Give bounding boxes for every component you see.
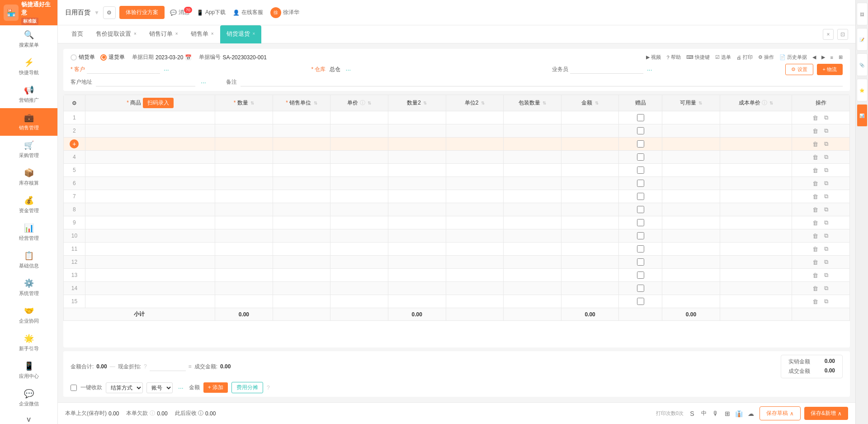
gift-checkbox[interactable] (637, 258, 644, 266)
gift-checkbox[interactable] (637, 140, 644, 148)
gift-checkbox[interactable] (637, 206, 644, 213)
price-cell[interactable] (330, 111, 388, 124)
price-input[interactable] (332, 114, 386, 121)
gift-checkbox[interactable] (637, 167, 644, 174)
copy-row-button[interactable]: ⧉ (822, 113, 831, 122)
view-list-button[interactable]: ≡ (830, 55, 833, 60)
sidebar-item-basic[interactable]: 📋 基础信息 (0, 246, 57, 274)
tab-price-setting-close[interactable]: × (134, 31, 137, 36)
col-price-sort[interactable]: ⇅ (368, 100, 371, 105)
shortcut-key-button[interactable]: ⌨ 快捷键 (686, 54, 710, 61)
note-input[interactable] (241, 78, 843, 86)
delete-row-button[interactable]: 🗑 (811, 257, 820, 267)
sidebar-item-shortcut[interactable]: ⚡ 快捷导航 (0, 53, 57, 81)
col-unit-sort[interactable]: ⇅ (314, 100, 317, 105)
copy-row-button[interactable]: ⧉ (822, 257, 831, 267)
sidebar-item-newbie[interactable]: 🌟 新手引导 (0, 329, 57, 357)
rs-img-button[interactable]: 🖼 (857, 3, 868, 25)
settings-button[interactable]: ⚙ 设置 (785, 64, 813, 75)
video-button[interactable]: ▶ 视频 (646, 54, 661, 61)
rs-active-button[interactable]: 📊 (857, 104, 868, 127)
shirt-icon[interactable]: 👔 (734, 409, 744, 419)
next-button[interactable]: ▶ (821, 54, 825, 60)
zhongwen-icon[interactable]: 中 (699, 409, 709, 419)
copy-row-button[interactable]: ⧉ (822, 179, 831, 188)
gift-checkbox[interactable] (637, 285, 644, 292)
gift-cell[interactable] (619, 111, 662, 124)
sidebar-item-finance[interactable]: 💰 资金管理 (0, 191, 57, 219)
qty2-input[interactable] (390, 114, 444, 121)
gift-checkbox[interactable] (637, 153, 644, 161)
copy-row-button[interactable]: ⧉ (822, 152, 831, 162)
save-draft-button[interactable]: 保存草稿 ∧ (760, 406, 801, 420)
delete-row-button[interactable]: 🗑 (811, 113, 820, 122)
sidebar-item-system[interactable]: ⚙️ 系统管理 (0, 274, 57, 301)
delete-row-button[interactable]: 🗑 (811, 218, 820, 227)
copy-row-button[interactable]: ⧉ (822, 166, 831, 175)
tab-price-setting[interactable]: 售价提取设置 × (90, 25, 143, 43)
product-input[interactable] (87, 114, 213, 121)
add-row-button[interactable]: + (70, 139, 79, 148)
price-input[interactable] (332, 128, 386, 134)
sidebar-item-member[interactable]: V 畅会员 (0, 412, 57, 424)
calendar-icon[interactable]: 📅 (185, 54, 192, 61)
split-button[interactable]: 费用分摊 (231, 382, 263, 393)
amount-cell[interactable] (561, 111, 619, 124)
tab-sales-delivery[interactable]: 销售单 × (184, 25, 220, 43)
account-dots-button[interactable]: ··· (176, 384, 185, 391)
operate-button[interactable]: ⚙ 操作 (758, 54, 774, 61)
tab-sales-order-close[interactable]: × (175, 31, 178, 36)
pack-cell[interactable] (504, 111, 561, 124)
col-unit2-sort[interactable]: ⇅ (481, 100, 485, 105)
col-amount-sort[interactable]: ⇅ (595, 100, 599, 105)
online-service-button[interactable]: 👤 在线客服 (233, 9, 263, 16)
sidebar-item-marketing[interactable]: 📢 营销推广 (0, 81, 57, 108)
copy-row-button[interactable]: ⧉ (822, 231, 831, 240)
delete-row-button[interactable]: 🗑 (811, 231, 820, 240)
help-button[interactable]: ? 帮助 (666, 54, 680, 61)
gift-checkbox[interactable] (637, 180, 644, 187)
col-pack-sort[interactable]: ⇅ (542, 100, 546, 105)
gift-checkbox[interactable] (637, 219, 644, 226)
address-input[interactable] (96, 78, 195, 86)
tab-sales-return-close[interactable]: × (253, 31, 255, 36)
customer-dots-button[interactable]: ··· (162, 66, 171, 73)
experience-button[interactable]: 体验行业方案 (119, 6, 165, 19)
delete-row-button[interactable]: 🗑 (811, 139, 820, 148)
delete-row-button[interactable]: 🗑 (811, 152, 820, 162)
unit-input[interactable] (275, 128, 329, 134)
customer-input[interactable] (87, 65, 160, 74)
col-qty-sort[interactable]: ⇅ (250, 100, 254, 105)
sidebar-item-operations[interactable]: 📊 经营管理 (0, 219, 57, 246)
warehouse-dots-button[interactable]: ··· (344, 66, 353, 73)
delete-row-button[interactable]: 🗑 (811, 284, 820, 293)
rs-attach-button[interactable]: 📎 (857, 53, 868, 76)
radio-return[interactable]: 退货单 (100, 53, 125, 61)
gift-checkbox[interactable] (637, 272, 644, 279)
scan-button[interactable]: 扫码录入 (143, 98, 174, 108)
tab-sales-return[interactable]: 销货退货 × (220, 25, 262, 43)
account-method-select[interactable]: 结算方式 (106, 382, 143, 393)
rs-star-button[interactable]: ⭐ (857, 79, 868, 101)
sidebar-item-enterprise[interactable]: 🤝 企业协同 (0, 301, 57, 329)
history-button[interactable]: 📄 历史单据 (779, 54, 807, 61)
delete-row-button[interactable]: 🗑 (811, 126, 820, 135)
select-button[interactable]: ☑ 选单 (715, 54, 731, 61)
sidebar-item-purchase[interactable]: 🛒 采购管理 (0, 136, 57, 163)
discount-input[interactable] (150, 362, 186, 371)
sidebar-item-wechat[interactable]: 💬 企业微信 (0, 384, 57, 412)
copy-row-button[interactable]: ⧉ (822, 126, 831, 135)
cloud-icon[interactable]: ☁ (746, 409, 756, 419)
sidebar-item-sales[interactable]: 💼 销售管理 (0, 108, 57, 136)
qty-input[interactable] (217, 114, 271, 121)
tab-sales-order[interactable]: 销售订单 × (143, 25, 184, 43)
tab-close-button[interactable]: × (823, 29, 834, 40)
add-row-cell[interactable]: + (64, 138, 85, 151)
sidebar-item-apps[interactable]: 📱 应用中心 (0, 357, 57, 384)
app-download-button[interactable]: 📱 App下载 (197, 9, 226, 16)
gift-checkbox[interactable] (637, 298, 644, 305)
gift-checkbox[interactable] (637, 245, 644, 252)
delete-row-button[interactable]: 🗑 (811, 205, 820, 214)
tab-maximize-button[interactable]: ⊡ (837, 29, 848, 40)
address-dots-button[interactable]: ··· (199, 79, 208, 86)
